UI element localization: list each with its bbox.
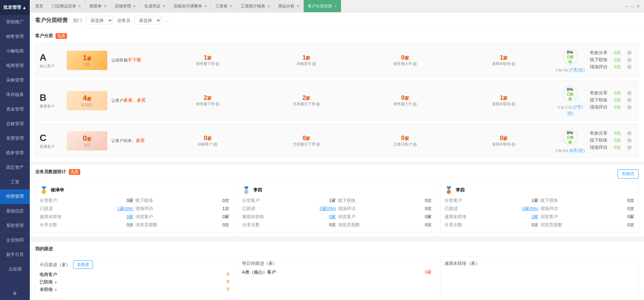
staff-stat-value: 0家	[627, 214, 634, 220]
staff-stat-row: 已跟进0家(0%)	[445, 206, 538, 212]
staff-name: 李四	[253, 187, 262, 193]
today-stat-contacted: 已联络 ● 0	[40, 279, 229, 285]
tab-店铺管理[interactable]: 店铺管理✕	[111, 0, 140, 12]
tier-count-C[interactable]: 0家0万	[67, 131, 107, 151]
tier-count-B[interactable]: 4家0.53万	[67, 91, 107, 110]
tab-商品分析[interactable]: 商品分析✕	[274, 0, 304, 12]
tab-close-icon[interactable]: ✕	[334, 4, 337, 8]
sidebar-item-税务管理[interactable]: 税务管理	[0, 146, 30, 160]
sidebar-item-企业协同[interactable]: 企业协同	[0, 233, 30, 248]
staff-stat-row: 浏览页面数0次	[338, 222, 432, 228]
tier-row-A: A核心客户1家0万让销售额不下滑1家销售额下滑 i1家回购异常 i0家销售额上升…	[35, 43, 639, 77]
tab-close-icon[interactable]: ✕	[78, 4, 81, 8]
tab-window-actions[interactable]: ─ □ ✕	[622, 4, 643, 9]
tab-门店商品目录[interactable]: 门店商品目录✕	[48, 0, 85, 12]
sidebar-item-小畅电商[interactable]: 小畅电商	[0, 44, 30, 59]
staff-stat-value[interactable]: 0家	[127, 214, 133, 220]
sidebar-item-系统管理[interactable]: 系统管理	[0, 218, 30, 233]
staff-stat-row: 已跟进1家(0%)	[40, 206, 133, 212]
tier-stat-item[interactable]: 1家逾期未联络 i	[454, 93, 553, 108]
tier-stat-item[interactable]: 0家逾期未联络 i	[454, 133, 553, 148]
staff-medal-icon: 🥈	[242, 186, 251, 194]
tier-stat-item[interactable]: 0家交易频次下滑 i	[257, 133, 356, 148]
tier-stat-item[interactable]: 0家销售额上升 i	[356, 53, 454, 68]
tab-客户分层经营[interactable]: 客户分层经营✕	[304, 0, 341, 12]
staff-stat-value[interactable]: 0家(0%)	[320, 206, 336, 212]
staff-stat-row: 线下联络0次	[540, 198, 634, 204]
tier-stat-item[interactable]: 2家交易频次下滑 i	[257, 93, 356, 108]
more-filter-btn[interactable]: ...	[166, 18, 169, 23]
staff-stats-grid: 分管客户0家线下联络0次已跟进1家(0%)现场拜访1次逾期未联络0家浏览客户0家…	[40, 198, 229, 228]
today-stat-ecustomer: 电商客户 0	[40, 272, 229, 278]
tab-close-icon[interactable]: ✕	[230, 4, 232, 8]
tier-stat-item[interactable]: 1家回购异常 i	[257, 53, 356, 68]
tab-close-icon[interactable]: ✕	[297, 4, 299, 8]
right-stat-row: 现场拜访0次i	[590, 64, 631, 70]
business-month-badge: 九月	[69, 169, 80, 175]
tab-bar: 首页门店商品目录✕销货单✕店铺管理✕生成凭证✕应收应付调整单✕工资表✕工资统计报…	[30, 0, 644, 13]
sidebar-item-采购管理[interactable]: 采购管理	[0, 73, 30, 88]
minimize-icon[interactable]: ─	[625, 4, 628, 9]
staff-stats-grid: 分管客户1家线下联络0次已跟进0家(0%)现场拜访0次逾期未联络0家浏览客户0家…	[445, 198, 634, 228]
dept-select[interactable]: 请选择	[86, 16, 113, 25]
sidebar-item-总账管理[interactable]: 总账管理	[0, 117, 30, 131]
tab-close-icon[interactable]: ✕	[204, 4, 207, 8]
sidebar-item-库存核算[interactable]: 库存核算	[0, 88, 30, 102]
staff-stat-row: 逾期未联络0家	[40, 214, 133, 220]
staff-stat-value[interactable]: 1家(0%)	[117, 206, 133, 212]
sidebar-item-基础信息[interactable]: 基础信息	[0, 204, 30, 218]
staff-stat-value: 0次	[127, 222, 133, 228]
tab-应收应付调整单[interactable]: 应收应付调整单✕	[170, 0, 211, 12]
tier-stat-item[interactable]: 1家逾期未联络 i	[454, 53, 553, 68]
staff-stat-row: 浏览页面数0次	[135, 222, 229, 228]
staff-stat-row: 浏览客户0家	[338, 214, 432, 220]
tab-首页[interactable]: 首页	[31, 0, 48, 12]
staff-stat-value[interactable]: 0家(0%)	[522, 206, 538, 212]
tier-circle-C: 0% 已联络 计划 0次 (0天/次)	[553, 126, 587, 155]
tab-生成凭证[interactable]: 生成凭证✕	[140, 0, 170, 12]
staff-stat-value[interactable]: 0家	[532, 214, 538, 220]
staff-stat-value[interactable]: 0家	[329, 214, 336, 220]
tier-count-A[interactable]: 1家0万	[67, 51, 107, 70]
sidebar-item-云应用[interactable]: 云应用	[0, 262, 30, 277]
tier-stat-item[interactable]: 0家已激活客户 i	[356, 133, 454, 148]
staff-stat-value: 0次	[425, 198, 432, 204]
tier-stat-item[interactable]: 1家销售额下滑 i	[158, 53, 257, 68]
sidebar-settings[interactable]: ⚙	[0, 287, 30, 300]
tab-工资表[interactable]: 工资表✕	[211, 0, 237, 12]
staff-select[interactable]: 请选择	[134, 16, 162, 25]
tier-suggestion-B: 让客户多来、多买	[107, 97, 158, 103]
today-followup-card: 今日跟进（家） 去跟进 电商客户 0 已联络 ● 0 未联络 ● 0	[35, 256, 234, 298]
sidebar-item-营销推广[interactable]: 营销推广	[0, 15, 30, 29]
sidebar-item-经营管理[interactable]: 经营管理	[0, 189, 30, 204]
tab-close-icon[interactable]: ✕	[133, 4, 136, 8]
list-view-button[interactable]: 列表式	[618, 169, 639, 179]
staff-header-0: 🥇徐泽华	[40, 186, 229, 194]
staff-medal-icon: 🥉	[445, 186, 453, 194]
maximize-icon[interactable]: □	[631, 4, 634, 9]
filter-row: 部门 请选择 业务员 请选择 ...	[73, 16, 169, 25]
sidebar-item-工资[interactable]: 工资	[0, 175, 30, 189]
sidebar-item-新手引导[interactable]: 新手引导	[0, 248, 30, 262]
staff-stat-row: 线下联络0次	[135, 198, 229, 204]
sidebar-item-销售管理[interactable]: 销售管理	[0, 29, 30, 44]
close-icon[interactable]: ✕	[636, 4, 640, 9]
tier-stat-item[interactable]: 2家销售额下滑 i	[158, 93, 257, 108]
tab-工资统计报表[interactable]: 工资统计报表✕	[237, 0, 274, 12]
tier-circle-B: 0% 已联络 计划 17次 (7天/次)	[553, 83, 587, 118]
goto-followup-button[interactable]: 去跟进	[73, 260, 93, 269]
tier-stat-item[interactable]: 0家休眠客户 i	[158, 133, 257, 148]
tab-close-icon[interactable]: ✕	[267, 4, 270, 8]
sidebar-item-电商管理[interactable]: 电商管理	[0, 59, 30, 73]
staff-stat-row: 浏览客户0家	[135, 214, 229, 220]
sidebar-item-发票管理[interactable]: 发票管理	[0, 131, 30, 146]
tab-close-icon[interactable]: ✕	[163, 4, 165, 8]
staff-stats-grid: 分管客户1家线下联络0次已跟进0家(0%)现场拜访0次逾期未联络0家浏览客户0家…	[242, 198, 432, 228]
staff-stat-row: 分享次数0次	[242, 222, 336, 228]
sidebar-item-固定资产[interactable]: 固定资产	[0, 160, 30, 175]
sidebar-item-资金管理[interactable]: 资金管理	[0, 102, 30, 117]
tab-销货单[interactable]: 销货单✕	[85, 0, 111, 12]
tab-close-icon[interactable]: ✕	[104, 4, 106, 8]
staff-card-1: 🥈李四分管客户1家线下联络0次已跟进0家(0%)现场拜访0次逾期未联络0家浏览客…	[238, 182, 436, 232]
tier-stat-item[interactable]: 0家销售额上升 i	[356, 93, 454, 108]
